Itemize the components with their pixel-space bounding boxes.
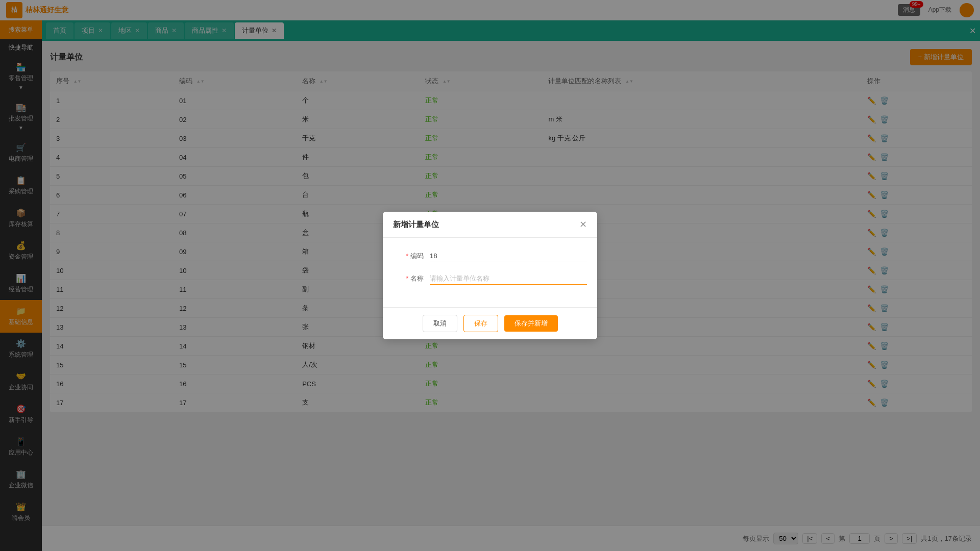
name-form-row: 名称 [393, 272, 587, 285]
cancel-button[interactable]: 取消 [423, 315, 457, 332]
modal-overlay[interactable]: 新增计量单位 ✕ 编码 名称 取消 保存 保存并新增 [0, 0, 980, 551]
name-label: 名称 [393, 274, 424, 283]
modal-title: 新增计量单位 [393, 220, 439, 230]
code-label: 编码 [393, 252, 424, 261]
code-form-row: 编码 [393, 250, 587, 262]
code-input[interactable] [430, 250, 587, 262]
modal-footer: 取消 保存 保存并新增 [383, 307, 597, 339]
save-new-button[interactable]: 保存并新增 [504, 315, 558, 332]
modal-close-button[interactable]: ✕ [579, 219, 587, 230]
modal-header: 新增计量单位 ✕ [383, 212, 597, 238]
save-button[interactable]: 保存 [463, 315, 498, 332]
name-input[interactable] [430, 272, 587, 285]
add-unit-modal: 新增计量单位 ✕ 编码 名称 取消 保存 保存并新增 [383, 212, 597, 339]
modal-body: 编码 名称 [383, 238, 597, 307]
